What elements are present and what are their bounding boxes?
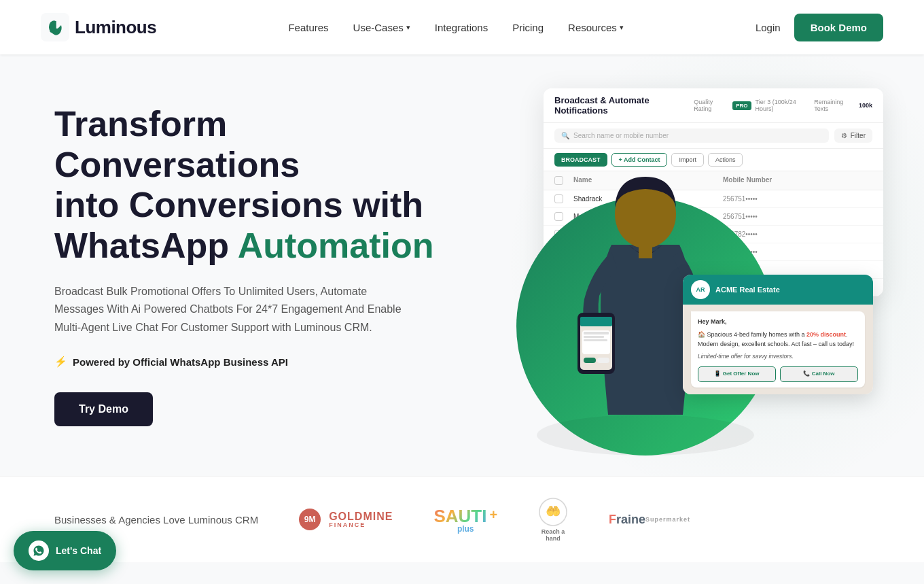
logo-goldmine: 9M GOLDMINE FINANCE [299, 509, 393, 530]
nav-link-features[interactable]: Features [288, 22, 328, 33]
nav-item-pricing[interactable]: Pricing [512, 22, 544, 33]
remaining-label: Remaining Texts [814, 99, 855, 112]
nav-links: Features Use-Cases Integrations Pricing … [288, 22, 623, 33]
fraine-sub: Supermarket [645, 516, 690, 523]
svg-text:🤲: 🤲 [546, 504, 561, 519]
nav-link-pricing[interactable]: Pricing [512, 22, 544, 33]
svg-rect-11 [597, 358, 609, 363]
nav-link-resources[interactable]: Resources [568, 22, 624, 33]
chat-message-area: Hey Mark, 🏠 Spacious 4-bed family homes … [683, 305, 873, 394]
logo[interactable]: Luminous [41, 13, 156, 41]
svg-rect-8 [584, 336, 604, 338]
nav-link-integrations[interactable]: Integrations [435, 22, 488, 33]
sauti-plus-text: plus [457, 524, 474, 534]
logo-text: Luminous [75, 17, 156, 38]
svg-rect-5 [580, 317, 612, 326]
hero-section: Transform Conversations into Conversions… [0, 54, 924, 476]
login-button[interactable]: Login [756, 22, 781, 33]
book-demo-button[interactable]: Book Demo [794, 14, 883, 41]
svg-point-1 [537, 415, 754, 456]
chat-cta-text: Limited-time offer for savvy investors. [698, 352, 858, 362]
try-demo-button[interactable]: Try Demo [54, 392, 153, 426]
get-offer-button[interactable]: 📱 Get Offer Now [698, 366, 776, 382]
hero-visual: Broadcast & Automate Notifications Quali… [448, 95, 883, 435]
powered-badge: ⚡ Powered by Official WhatsApp Business … [54, 356, 448, 368]
reach-text-label: Reach a [541, 528, 565, 535]
svg-rect-7 [584, 332, 609, 334]
nav-item-resources[interactable]: Resources [568, 22, 624, 33]
filter-button[interactable]: ⚙ Filter [834, 128, 872, 143]
navbar: Luminous Features Use-Cases Integrations… [0, 0, 924, 54]
chat-message-bubble: Hey Mark, 🏠 Spacious 4-bed family homes … [691, 311, 865, 388]
logo-icon [41, 13, 69, 41]
logos-text: Businesses & Agencies Love Luminous CRM [54, 514, 258, 526]
chat-greeting: Hey Mark, [698, 317, 858, 326]
nav-item-usecases[interactable]: Use-Cases [353, 22, 410, 33]
lets-chat-label: Let's Chat [56, 545, 101, 556]
resources-chevron-icon [620, 23, 624, 32]
svg-rect-10 [584, 358, 596, 363]
goldmine-icon: 9M [299, 509, 321, 530]
reach-logo-icon: 🤲 [538, 497, 568, 527]
logo-sauti: SAUTI + plus [433, 506, 497, 534]
svg-rect-9 [584, 339, 607, 341]
remaining-value: 100k [859, 102, 872, 109]
svg-rect-12 [639, 245, 652, 258]
chat-company-avatar: AR [691, 280, 710, 299]
lightning-icon: ⚡ [54, 356, 67, 368]
logo-fraine: Fraine Supermarket [609, 513, 690, 527]
nav-item-features[interactable]: Features [288, 22, 328, 33]
hero-subtitle: Broadcast Bulk Promotional Offers To Unl… [54, 283, 408, 337]
chat-action-buttons: 📱 Get Offer Now 📞 Call Now [698, 366, 858, 382]
logos-section: Businesses & Agencies Love Luminous CRM … [0, 476, 924, 562]
nav-link-usecases[interactable]: Use-Cases [353, 22, 410, 33]
chat-preview-header: AR ACME Real Estate [683, 275, 873, 305]
hero-content: Transform Conversations into Conversions… [54, 104, 448, 426]
reach-hand-text: hand [546, 535, 561, 542]
usecases-chevron-icon [406, 23, 410, 32]
lets-chat-button[interactable]: Let's Chat [14, 531, 116, 570]
nav-right: Login Book Demo [756, 14, 883, 41]
logos-container: 9M GOLDMINE FINANCE SAUTI + plus 🤲 [299, 497, 870, 542]
hero-title: Transform Conversations into Conversions… [54, 104, 448, 267]
chat-body-text: 🏠 Spacious 4-bed family homes with a 20%… [698, 330, 858, 349]
chat-preview-panel: AR ACME Real Estate Hey Mark, 🏠 Spacious… [683, 275, 873, 394]
chat-company-name: ACME Real Estate [715, 286, 780, 294]
sauti-plus-icon: + [489, 507, 497, 522]
filter-icon: ⚙ [841, 132, 847, 139]
goldmine-text-block: GOLDMINE FINANCE [329, 511, 393, 528]
nav-item-integrations[interactable]: Integrations [435, 22, 488, 33]
call-now-button[interactable]: 📞 Call Now [780, 366, 858, 382]
whatsapp-icon [29, 540, 49, 561]
logo-reach: 🤲 Reach a hand [538, 497, 568, 542]
